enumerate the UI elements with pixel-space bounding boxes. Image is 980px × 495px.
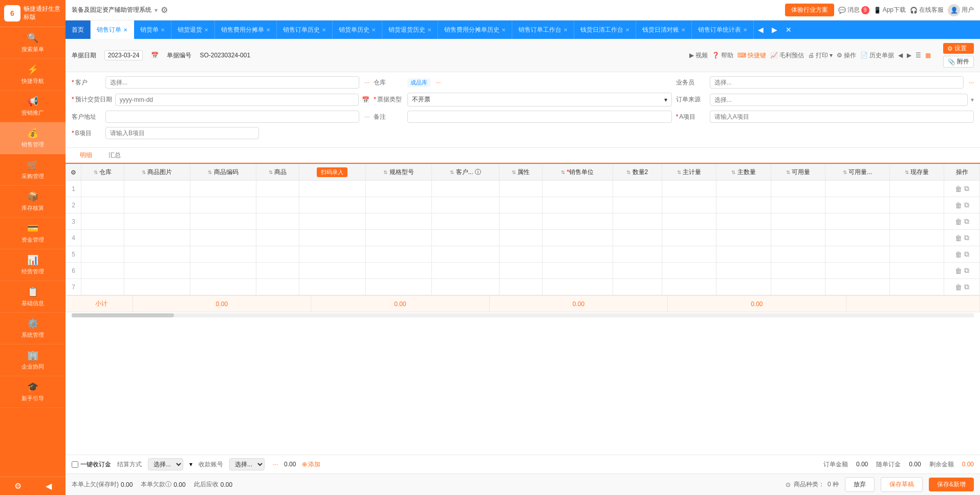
copy-row-btn-3[interactable]: ⧉ (964, 217, 969, 226)
row-main-qty-1[interactable] (716, 181, 771, 197)
row-spec-4[interactable] (366, 230, 432, 246)
salesperson-input[interactable] (710, 76, 964, 89)
row-spec-3[interactable] (366, 213, 432, 230)
save-btn[interactable]: 保存&新增 (929, 478, 974, 491)
row-main-unit-2[interactable] (662, 197, 716, 213)
row-warehouse-2[interactable] (81, 197, 124, 213)
scan-btn[interactable]: 扫码录入 (317, 167, 347, 177)
warehouse-dots[interactable]: ··· (435, 79, 441, 86)
row-available-2[interactable] (771, 197, 825, 213)
one-click-check[interactable] (72, 461, 78, 468)
tab-summary[interactable]: 汇总 (100, 148, 129, 163)
remark-input[interactable] (407, 111, 671, 123)
row-qty2-2[interactable] (613, 197, 662, 213)
tab-close-sales-refund[interactable]: ✕ (204, 27, 208, 33)
b-project-input[interactable] (105, 127, 259, 139)
customer-dots[interactable]: ··· (364, 79, 369, 86)
row-sales-unit-4[interactable] (542, 230, 613, 246)
sort-icon13[interactable]: ⇅ (843, 169, 847, 175)
row-stock-5[interactable] (889, 246, 944, 263)
salesperson-dots[interactable]: ··· (969, 79, 974, 86)
tab-sales-refund[interactable]: 销货退货 ✕ (171, 20, 215, 39)
tab-close-sales-return[interactable]: ✕ (161, 27, 165, 33)
copy-row-btn-7[interactable]: ⧉ (964, 283, 969, 291)
row-warehouse-7[interactable] (81, 279, 124, 295)
sort-icon9[interactable]: ⇅ (626, 169, 630, 175)
row-attribute-6[interactable] (499, 263, 542, 279)
customer-input[interactable] (105, 76, 359, 89)
row-product-code-7[interactable] (190, 279, 256, 295)
tab-close-reconcile[interactable]: ✕ (681, 27, 685, 33)
row-qty2-7[interactable] (613, 279, 662, 295)
row-stock-2[interactable] (889, 197, 944, 213)
row-main-qty-7[interactable] (716, 279, 771, 295)
operation-btn[interactable]: ⚙ 操作 (837, 51, 856, 60)
collection-account-select[interactable]: 选择... (229, 458, 265, 470)
row-spec-2[interactable] (366, 197, 432, 213)
invoice-type-select[interactable]: 不开票 ▾ (407, 93, 671, 106)
row-sales-unit-6[interactable] (542, 263, 613, 279)
row-product-image-2[interactable] (124, 197, 190, 213)
row-main-unit-3[interactable] (662, 213, 716, 230)
row-product-image-6[interactable] (124, 263, 190, 279)
tab-close-sales-expense[interactable]: ✕ (266, 27, 270, 33)
row-main-qty-6[interactable] (716, 263, 771, 279)
row-customer-code-7[interactable] (432, 279, 499, 295)
delete-row-btn-2[interactable]: 🗑 (955, 201, 962, 209)
sidebar-item-basic[interactable]: 📋 基础信息 (0, 281, 66, 313)
row-customer-code-4[interactable] (432, 230, 499, 246)
row-stock-4[interactable] (889, 230, 944, 246)
row-main-qty-5[interactable] (716, 246, 771, 263)
delete-row-btn-7[interactable]: 🗑 (955, 283, 962, 291)
row-stock-3[interactable] (889, 213, 944, 230)
sort-icon2[interactable]: ⇅ (142, 169, 146, 175)
settings-bottom-btn[interactable]: ⚙ (14, 481, 21, 491)
sidebar-item-enterprise[interactable]: 🏢 企业协同 (0, 345, 66, 376)
row-spec-1[interactable] (366, 181, 432, 197)
sort-icon5[interactable]: ⇅ (383, 169, 387, 175)
row-product-code-3[interactable] (190, 213, 256, 230)
attach-btn[interactable]: 📎 附件 (943, 56, 974, 68)
shortcut-btn[interactable]: ⌨ 快捷键 (737, 51, 766, 60)
copy-row-btn-1[interactable]: ⧉ (964, 184, 969, 193)
tab-close-order-history[interactable]: ✕ (322, 27, 326, 33)
row-product-4[interactable] (256, 230, 299, 246)
tab-close-cash-daily[interactable]: ✕ (625, 27, 629, 33)
dropdown-icon[interactable]: ▾ (155, 7, 158, 14)
row-product-2[interactable] (256, 197, 299, 213)
sidebar-item-inventory[interactable]: 📦 库存核算 (0, 186, 66, 218)
row-sales-unit-3[interactable] (542, 213, 613, 230)
row-product-image-5[interactable] (124, 246, 190, 263)
row-main-qty-4[interactable] (716, 230, 771, 246)
row-product-code-4[interactable] (190, 230, 256, 246)
sidebar-item-operations[interactable]: 📊 经营管理 (0, 249, 66, 281)
add-btn[interactable]: ⊕ 添加 (302, 460, 320, 469)
card-view-btn[interactable]: ▦ (925, 52, 931, 59)
tab-close-sales-order[interactable]: ✕ (123, 27, 127, 33)
row-qty2-3[interactable] (613, 213, 662, 230)
copy-row-btn-2[interactable]: ⧉ (964, 201, 969, 209)
one-click-checkbox[interactable]: 一键收订金 (72, 460, 111, 469)
horizontal-scrollbar[interactable] (72, 313, 974, 317)
tab-sales-workbench[interactable]: 销售订单工作台 ✕ (512, 20, 574, 39)
tab-sales-order[interactable]: 销售订单 ✕ (91, 20, 134, 39)
tab-next-btn[interactable]: ▶ (768, 20, 781, 39)
row-product-image-1[interactable] (124, 181, 190, 197)
row-product-1[interactable] (256, 181, 299, 197)
sidebar-item-purchase[interactable]: 🛒 采购管理 (0, 154, 66, 186)
history-btn[interactable]: 📄 历史单据 (860, 51, 894, 60)
print-btn[interactable]: 🖨 打印 ▾ (808, 51, 833, 60)
row-available2-7[interactable] (825, 279, 889, 295)
tab-prev-btn[interactable]: ◀ (754, 20, 768, 39)
row-attribute-5[interactable] (499, 246, 542, 263)
row-qty2-1[interactable] (613, 181, 662, 197)
sort-icon14[interactable]: ⇅ (905, 169, 909, 175)
row-spec-5[interactable] (366, 246, 432, 263)
row-product-7[interactable] (256, 279, 299, 295)
row-customer-code-2[interactable] (432, 197, 499, 213)
profit-btn[interactable]: 📈 毛利预估 (770, 51, 804, 60)
row-product-image-3[interactable] (124, 213, 190, 230)
next-record-btn[interactable]: ▶ (907, 52, 911, 59)
row-available2-6[interactable] (825, 263, 889, 279)
discard-btn[interactable]: 放弃 (845, 477, 875, 492)
